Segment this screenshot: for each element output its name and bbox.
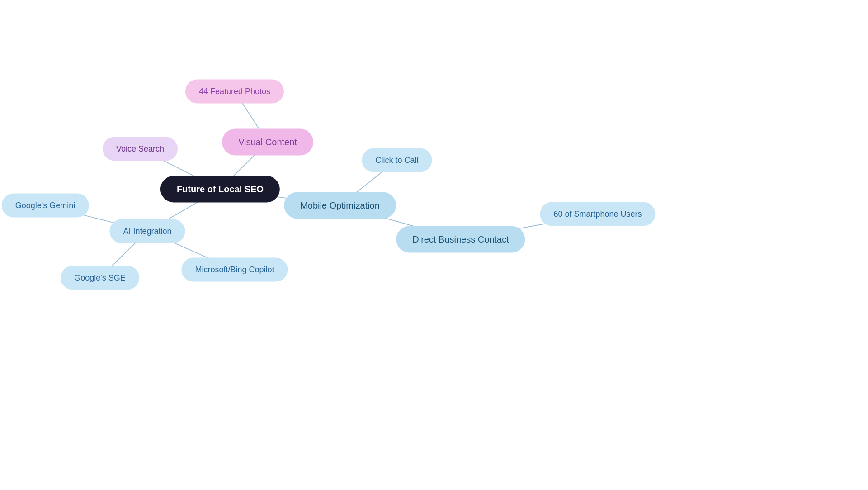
ai-integration-label: AI Integration [123, 227, 171, 236]
googles-sge-node[interactable]: Google's SGE [61, 266, 139, 290]
smartphone-users-label: 60 of Smartphone Users [553, 209, 642, 219]
ai-integration-node[interactable]: AI Integration [109, 219, 185, 243]
center-label: Future of Local SEO [177, 184, 264, 195]
googles-gemini-label: Google's Gemini [15, 201, 75, 210]
smartphone-users-node[interactable]: 60 of Smartphone Users [540, 202, 655, 226]
featured-photos-node[interactable]: 44 Featured Photos [185, 80, 284, 104]
featured-photos-label: 44 Featured Photos [199, 87, 270, 96]
microsoft-bing-label: Microsoft/Bing Copilot [195, 265, 274, 275]
voice-search-node[interactable]: Voice Search [103, 137, 178, 161]
center-node[interactable]: Future of Local SEO [160, 176, 280, 203]
click-to-call-label: Click to Call [375, 156, 418, 165]
direct-business-contact-node[interactable]: Direct Business Contact [396, 226, 525, 253]
mobile-optimization-node[interactable]: Mobile Optimization [284, 192, 396, 219]
voice-search-label: Voice Search [116, 144, 164, 154]
googles-sge-label: Google's SGE [74, 273, 126, 283]
visual-content-node[interactable]: Visual Content [222, 129, 313, 156]
googles-gemini-node[interactable]: Google's Gemini [2, 194, 89, 218]
click-to-call-node[interactable]: Click to Call [362, 148, 432, 172]
mobile-optimization-label: Mobile Optimization [300, 200, 380, 211]
microsoft-bing-node[interactable]: Microsoft/Bing Copilot [181, 258, 288, 282]
direct-business-contact-label: Direct Business Contact [412, 234, 509, 245]
visual-content-label: Visual Content [238, 137, 297, 147]
